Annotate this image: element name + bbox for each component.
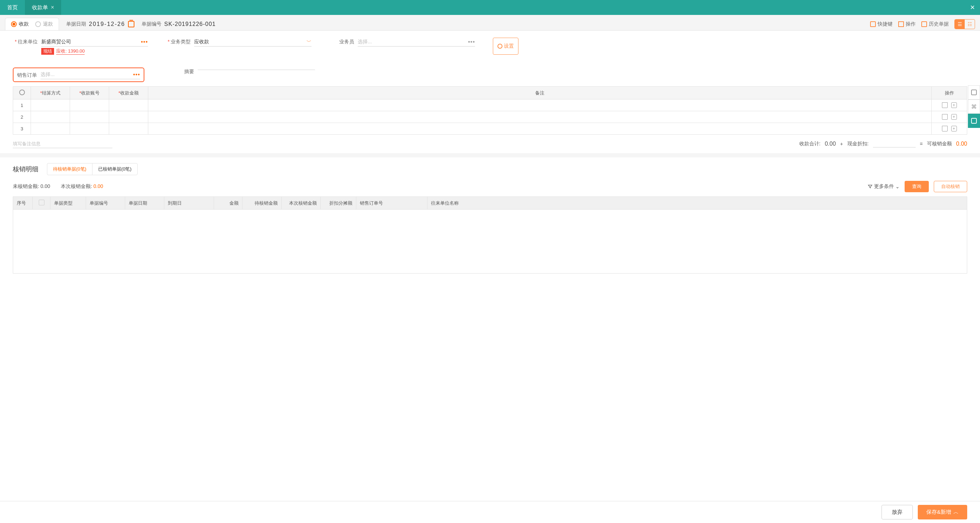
checkbox-icon[interactable] xyxy=(39,200,45,205)
view-grid-icon[interactable]: ☷ xyxy=(965,19,975,29)
party-row: 往来单位 新盛商贸公司 ••• 现结 应收: 1390.00 xyxy=(13,38,148,55)
tab-done[interactable]: 已核销单据(0笔) xyxy=(92,163,137,175)
biztype-label: 业务类型 xyxy=(166,38,191,45)
totals-row: 收款合计: 0.00 + 现金折扣: = 可核销金额 0.00 xyxy=(0,135,980,153)
row-ops xyxy=(932,123,967,135)
col-remark: 备注 xyxy=(148,87,932,100)
delete-icon[interactable] xyxy=(942,126,948,132)
window-close-icon[interactable]: × xyxy=(965,0,980,15)
salesman-input[interactable]: 选择... ••• xyxy=(358,38,475,46)
sales-order-highlight: 销售订单 选择... ••• xyxy=(13,68,144,82)
table-row[interactable]: 3 xyxy=(13,123,967,135)
cell-remark[interactable] xyxy=(148,123,932,135)
shortcuts-label: 快捷键 xyxy=(878,21,892,27)
col-pending-amt: 待核销金额 xyxy=(242,197,282,210)
doc-date-value[interactable]: 2019-12-26 xyxy=(89,21,125,27)
expand-icon xyxy=(971,118,977,124)
cell-account[interactable] xyxy=(70,111,109,123)
side-expand-icon[interactable] xyxy=(968,114,980,128)
history-label: 历史单据 xyxy=(929,21,949,27)
cell-remark[interactable] xyxy=(148,111,932,123)
biztype-value: 应收款 xyxy=(194,39,209,45)
ellipsis-icon[interactable]: ••• xyxy=(133,71,140,78)
party-value: 新盛商贸公司 xyxy=(41,39,71,45)
delete-icon[interactable] xyxy=(942,114,948,120)
cell-remark[interactable] xyxy=(148,100,932,111)
cell-amount[interactable] xyxy=(109,123,148,135)
add-icon[interactable] xyxy=(951,126,957,132)
salesman-row: 业务员 选择... ••• xyxy=(329,38,475,55)
shortcuts-link[interactable]: 快捷键 xyxy=(870,21,892,27)
col-type: 单据类型 xyxy=(51,197,86,210)
row-number: 3 xyxy=(13,123,31,135)
radio-receive-label: 收款 xyxy=(19,21,29,27)
auto-writeoff-button[interactable]: 自动核销 xyxy=(934,181,967,192)
tab-pending[interactable]: 待核销单据(0笔) xyxy=(47,163,92,175)
table-row[interactable]: 2 xyxy=(13,111,967,123)
add-icon[interactable] xyxy=(951,102,957,108)
grid-icon xyxy=(898,21,904,27)
settings-button[interactable]: 设置 xyxy=(493,38,519,55)
history-link[interactable]: 历史单据 xyxy=(921,21,949,27)
discount-label: 现金折扣: xyxy=(847,141,869,147)
operations-link[interactable]: 操作 xyxy=(898,21,916,27)
summary-row: 摘要 xyxy=(177,68,315,82)
sales-order-placeholder: 选择... xyxy=(41,71,55,78)
grid-settings-header[interactable] xyxy=(13,87,31,100)
delete-icon[interactable] xyxy=(942,102,948,108)
thistime-stat: 本次核销金额: 0.00 xyxy=(61,183,103,190)
receipt-type-radio-group: 收款 退款 xyxy=(5,18,59,30)
more-cond-label: 更多条件 xyxy=(874,183,894,190)
receivable-link[interactable]: 应收: 1390.00 xyxy=(56,48,84,55)
party-label: 往来单位 xyxy=(13,38,38,45)
add-icon[interactable] xyxy=(951,114,957,120)
verify-title: 核销明细 xyxy=(13,165,38,173)
col-this-amt: 本次核销金额 xyxy=(282,197,321,210)
link-icon: ⌘ xyxy=(971,103,977,110)
verify-stats: 未核销金额: 0.00 本次核销金额: 0.00 xyxy=(13,183,103,190)
row-ops xyxy=(932,111,967,123)
remark-input[interactable] xyxy=(13,139,112,148)
radio-refund[interactable]: 退款 xyxy=(35,21,53,27)
radio-receive[interactable]: 收款 xyxy=(11,21,29,27)
tab-home[interactable]: 首页 xyxy=(0,0,25,15)
doc-date-field: 单据日期 2019-12-26 xyxy=(66,21,134,27)
view-list-icon[interactable]: ☰ xyxy=(955,19,965,29)
salesman-placeholder: 选择... xyxy=(358,39,372,45)
side-link-icon[interactable]: ⌘ xyxy=(968,100,980,114)
ellipsis-icon[interactable]: ••• xyxy=(141,39,148,45)
cell-amount[interactable] xyxy=(109,100,148,111)
col-amount: *收款金额 xyxy=(109,87,148,100)
cell-account[interactable] xyxy=(70,123,109,135)
query-button[interactable]: 查询 xyxy=(905,181,929,192)
tab-receipt[interactable]: 收款单 × xyxy=(25,0,61,15)
party-input[interactable]: 新盛商贸公司 ••• xyxy=(41,38,148,46)
cell-settle[interactable] xyxy=(31,111,70,123)
discount-input[interactable] xyxy=(873,140,916,147)
more-conditions[interactable]: 更多条件 ⌄ xyxy=(868,183,900,190)
calendar-icon[interactable] xyxy=(128,21,134,27)
doc-date-label: 单据日期 xyxy=(66,21,86,27)
sales-order-input[interactable]: 选择... ••• xyxy=(41,70,140,79)
ellipsis-icon[interactable]: ••• xyxy=(468,39,475,45)
col-party-name: 往来单位名称 xyxy=(427,197,967,210)
cell-settle[interactable] xyxy=(31,100,70,111)
verify-controls: 未核销金额: 0.00 本次核销金额: 0.00 更多条件 ⌄ 查询 自动核销 xyxy=(13,181,967,192)
verify-section: 核销明细 待核销单据(0笔) 已核销单据(0笔) 未核销金额: 0.00 本次核… xyxy=(0,153,980,279)
gear-icon xyxy=(498,44,503,49)
table-row[interactable]: 1 xyxy=(13,100,967,111)
row-number: 1 xyxy=(13,100,31,111)
cell-settle[interactable] xyxy=(31,123,70,135)
filter-icon xyxy=(868,184,873,189)
view-toggle: ☰ ☷ xyxy=(955,19,975,29)
close-icon[interactable]: × xyxy=(51,4,54,11)
chevron-down-icon: ﹀ xyxy=(307,39,312,45)
cell-amount[interactable] xyxy=(109,111,148,123)
cell-account[interactable] xyxy=(70,100,109,111)
col-check[interactable] xyxy=(33,197,51,210)
form-area: 往来单位 新盛商贸公司 ••• 现结 应收: 1390.00 业务类型 应收款 … xyxy=(0,30,980,86)
biztype-select[interactable]: 应收款 ﹀ xyxy=(194,38,312,46)
summary-input[interactable] xyxy=(198,68,315,70)
side-print-icon[interactable] xyxy=(968,85,980,100)
salesman-label: 业务员 xyxy=(329,38,354,45)
